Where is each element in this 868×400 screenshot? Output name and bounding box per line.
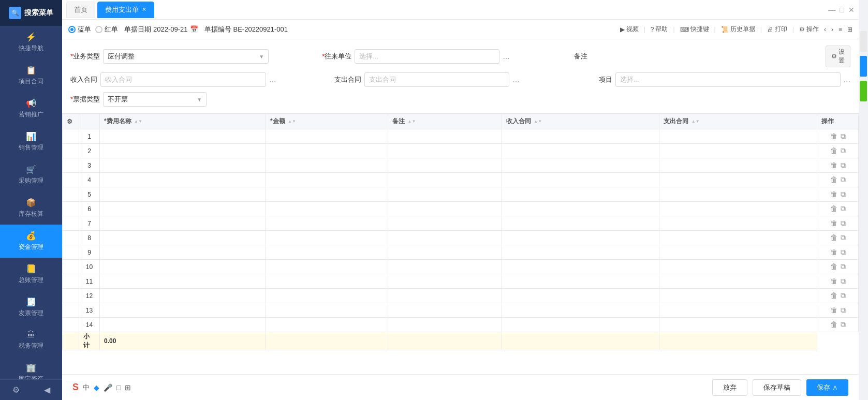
row-income-contract-cell[interactable]: [502, 231, 659, 245]
table-row[interactable]: 10 🗑 ⧉: [63, 260, 859, 274]
row-remark-cell[interactable]: [388, 158, 502, 173]
settings-btn[interactable]: ⚙ 设置: [826, 46, 850, 67]
row-amount-cell[interactable]: [266, 158, 388, 173]
row-income-contract-cell[interactable]: [502, 260, 659, 274]
expense-contract-more-btn[interactable]: ...: [512, 75, 519, 84]
invoice-type-select[interactable]: 不开票 ▼: [103, 92, 207, 107]
save-button[interactable]: 保存 ∧: [806, 379, 848, 396]
row-income-contract-cell[interactable]: [502, 129, 659, 144]
project-select[interactable]: 选择...: [615, 72, 841, 87]
sidebar-item-marketing[interactable]: 📢 营销推广: [0, 92, 62, 125]
row-expense-name-cell[interactable]: [100, 144, 266, 158]
table-row[interactable]: 7 🗑 ⧉: [63, 216, 859, 231]
row-amount-cell[interactable]: [266, 129, 388, 144]
table-row[interactable]: 6 🗑 ⧉: [63, 202, 859, 216]
window-minimize-btn[interactable]: —: [829, 6, 836, 14]
row-expense-contract-cell[interactable]: [659, 303, 817, 318]
copy-row-btn[interactable]: ⧉: [841, 320, 846, 329]
row-expense-contract-cell[interactable]: [659, 245, 817, 260]
row-remark-cell[interactable]: [388, 303, 502, 318]
delete-row-btn[interactable]: 🗑: [830, 132, 837, 141]
row-remark-cell[interactable]: [388, 274, 502, 289]
row-remark-cell[interactable]: [388, 202, 502, 216]
row-income-contract-cell[interactable]: [502, 158, 659, 173]
row-remark-cell[interactable]: [388, 260, 502, 274]
video-btn[interactable]: ▶ 视频: [620, 25, 639, 34]
sidebar-item-capital[interactable]: 💰 资金管理: [0, 225, 62, 258]
nav-next-btn[interactable]: ›: [831, 26, 833, 33]
row-income-contract-cell[interactable]: [502, 173, 659, 187]
row-expense-name-cell[interactable]: [100, 173, 266, 187]
row-income-contract-cell[interactable]: [502, 289, 659, 303]
row-income-contract-cell[interactable]: [502, 202, 659, 216]
table-row[interactable]: 14 🗑 ⧉: [63, 318, 859, 332]
row-amount-cell[interactable]: [266, 231, 388, 245]
red-bill-radio[interactable]: 红单: [95, 25, 118, 34]
discard-button[interactable]: 放弃: [712, 379, 747, 396]
sidebar-item-sales[interactable]: 📊 销售管理: [0, 125, 62, 158]
row-remark-cell[interactable]: [388, 231, 502, 245]
right-panel-btn-2[interactable]: [860, 56, 867, 77]
right-panel-btn-1[interactable]: [860, 31, 867, 52]
row-expense-contract-cell[interactable]: [659, 318, 817, 332]
save-draft-button[interactable]: 保存草稿: [753, 379, 801, 396]
row-amount-cell[interactable]: [266, 260, 388, 274]
row-expense-name-cell[interactable]: [100, 187, 266, 202]
row-expense-name-cell[interactable]: [100, 303, 266, 318]
delete-row-btn[interactable]: 🗑: [830, 204, 837, 213]
table-row[interactable]: 8 🗑 ⧉: [63, 231, 859, 245]
row-income-contract-cell[interactable]: [502, 303, 659, 318]
operations-btn[interactable]: ⚙ 操作: [799, 25, 819, 34]
row-income-contract-cell[interactable]: [502, 245, 659, 260]
delete-row-btn[interactable]: 🗑: [830, 175, 837, 184]
row-income-contract-cell[interactable]: [502, 318, 659, 332]
delete-row-btn[interactable]: 🗑: [830, 146, 837, 155]
sidebar-item-fixed-assets[interactable]: 🏢 固定资产: [0, 357, 62, 379]
tab-home[interactable]: 首页: [66, 2, 95, 18]
view-grid-btn[interactable]: ⊞: [847, 26, 852, 33]
row-expense-name-cell[interactable]: [100, 260, 266, 274]
copy-row-btn[interactable]: ⧉: [841, 132, 846, 141]
nav-prev-btn[interactable]: ‹: [824, 26, 826, 33]
row-expense-contract-cell[interactable]: [659, 289, 817, 303]
row-expense-contract-cell[interactable]: [659, 158, 817, 173]
row-expense-name-cell[interactable]: [100, 202, 266, 216]
row-expense-contract-cell[interactable]: [659, 216, 817, 231]
settings-bottom-icon[interactable]: ⚙: [12, 385, 20, 395]
row-amount-cell[interactable]: [266, 144, 388, 158]
row-amount-cell[interactable]: [266, 216, 388, 231]
table-row[interactable]: 2 🗑 ⧉: [63, 144, 859, 158]
col-income-contract-header[interactable]: 收入合同 ▲▼: [502, 114, 659, 129]
row-remark-cell[interactable]: [388, 289, 502, 303]
row-amount-cell[interactable]: [266, 245, 388, 260]
row-remark-cell[interactable]: [388, 173, 502, 187]
table-row[interactable]: 13 🗑 ⧉: [63, 303, 859, 318]
col-remark-header[interactable]: 备注 ▲▼: [388, 114, 502, 129]
print-btn[interactable]: 🖨 打印: [767, 25, 787, 34]
row-expense-contract-cell[interactable]: [659, 144, 817, 158]
copy-row-btn[interactable]: ⧉: [841, 248, 846, 257]
row-expense-contract-cell[interactable]: [659, 202, 817, 216]
row-income-contract-cell[interactable]: [502, 274, 659, 289]
row-expense-name-cell[interactable]: [100, 158, 266, 173]
copy-row-btn[interactable]: ⧉: [841, 262, 846, 271]
row-remark-cell[interactable]: [388, 144, 502, 158]
screen-icon[interactable]: □: [116, 383, 121, 392]
row-expense-contract-cell[interactable]: [659, 231, 817, 245]
grid-bottom-icon[interactable]: ⊞: [125, 383, 131, 392]
delete-row-btn[interactable]: 🗑: [830, 320, 837, 329]
project-more-btn[interactable]: ...: [844, 75, 850, 84]
row-expense-name-cell[interactable]: [100, 274, 266, 289]
income-contract-select[interactable]: 收入合同: [100, 72, 266, 87]
copy-row-btn[interactable]: ⧉: [841, 161, 846, 170]
delete-row-btn[interactable]: 🗑: [830, 277, 837, 286]
copy-row-btn[interactable]: ⧉: [841, 204, 846, 213]
row-remark-cell[interactable]: [388, 245, 502, 260]
delete-row-btn[interactable]: 🗑: [830, 291, 837, 300]
sidebar-item-project-contract[interactable]: 📋 项目合同: [0, 59, 62, 92]
expense-contract-select[interactable]: 支出合同: [364, 72, 509, 87]
row-income-contract-cell[interactable]: [502, 187, 659, 202]
sidebar-item-quick-nav[interactable]: ⚡ 快捷导航: [0, 26, 62, 59]
row-expense-contract-cell[interactable]: [659, 187, 817, 202]
delete-row-btn[interactable]: 🗑: [830, 233, 837, 242]
